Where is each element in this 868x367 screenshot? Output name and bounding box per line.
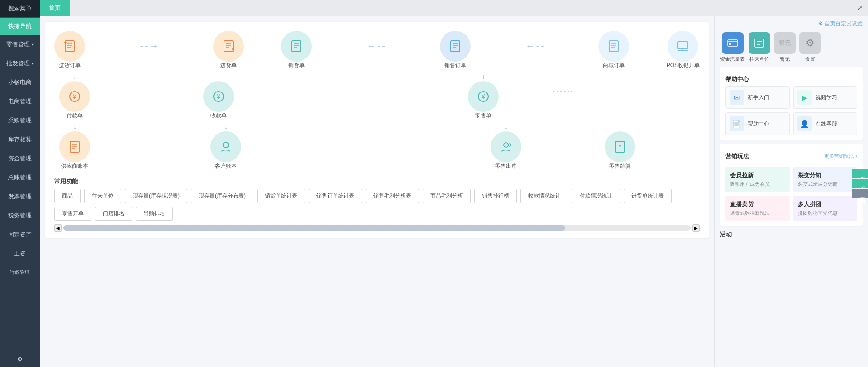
marketing-fission[interactable]: 裂变分销 裂变式发展分销商 <box>793 167 858 192</box>
func-btn-sale-rank[interactable]: 销售排行榜 <box>474 189 517 203</box>
func-btn-sale-profit[interactable]: 销售毛利分析表 <box>366 189 419 203</box>
quick-nav[interactable]: 快捷导航 <box>0 18 40 35</box>
qa-contacts[interactable]: 往来单位 <box>749 32 770 63</box>
sidebar-item-label: 库存核算 <box>8 135 32 144</box>
func-btn-goods[interactable]: 商品 <box>54 189 81 203</box>
online-label: 在线客服 <box>816 120 837 128</box>
flow-node-mall-order[interactable]: 商城订单 <box>598 31 629 69</box>
marketing-member[interactable]: 会员拉新 吸引用户成为会员 <box>725 167 790 192</box>
retail-outbound-label[interactable]: 零售出库 <box>495 162 517 170</box>
func-btn-sale-order-stat[interactable]: 销售订单统计表 <box>309 189 362 203</box>
marketing-group[interactable]: 多人拼团 拼团购物享受优惠 <box>793 196 858 221</box>
marketing-grid: 会员拉新 吸引用户成为会员 裂变分销 裂变式发展分销商 直播卖货 场景式购物新玩… <box>725 167 857 221</box>
sale-label: 销货单 <box>288 62 305 69</box>
func-btn-store-rank[interactable]: 门店排名 <box>95 207 132 221</box>
payment-label[interactable]: 付款单 <box>67 112 83 120</box>
svg-point-33 <box>223 142 229 148</box>
qa-cashflow[interactable]: 资金流量表 <box>720 32 745 63</box>
scroll-right-btn[interactable]: ▶ <box>692 224 700 232</box>
flow-node-sale[interactable]: 销货单 <box>281 31 312 69</box>
customer-book-label[interactable]: 客户账本 <box>215 162 237 170</box>
float-btn-desktop[interactable]: 桌面快捷 <box>852 189 868 198</box>
scroll-track[interactable] <box>63 225 691 231</box>
func-btn-goods-profit[interactable]: 商品毛利分析 <box>423 189 471 203</box>
float-btn-service[interactable]: 客服热线 <box>852 169 868 178</box>
sidebar-item-salary[interactable]: 工资 <box>0 244 40 263</box>
sidebar-item-purchase[interactable]: 采购管理 <box>0 111 40 130</box>
arrow-3: ← - - <box>472 41 597 51</box>
sidebar-item-finance[interactable]: 资金管理 <box>0 149 40 168</box>
tab-home[interactable]: 首页 <box>40 0 70 16</box>
retail-order-label[interactable]: 零售单 <box>475 112 491 120</box>
func-btn-sale-stat[interactable]: 销货单统计表 <box>257 189 305 203</box>
sidebar-item-label: 工资 <box>14 250 26 258</box>
func-btn-retail-order[interactable]: 零售开单 <box>54 207 91 221</box>
sidebar-item-assets[interactable]: 固定资产 <box>0 225 40 244</box>
retail-settle-label[interactable]: 零售结算 <box>609 162 631 170</box>
help-online[interactable]: 👤 在线客服 <box>793 112 858 135</box>
func-btn-payment-stat[interactable]: 付款情况统计 <box>572 189 620 203</box>
svg-text:¥: ¥ <box>72 93 76 100</box>
qa-settings[interactable]: ⚙ 设置 <box>799 32 821 63</box>
qa-none[interactable]: 暂无 暂无 <box>774 32 796 63</box>
help-beginner[interactable]: ✉ 新手入门 <box>725 86 790 109</box>
help-center-title: 帮助中心 <box>725 75 857 83</box>
sidebar-item-ecommerce-small[interactable]: 小畅电商 <box>0 73 40 92</box>
sidebar-item-ecommerce-mgmt[interactable]: 电商管理 <box>0 92 40 111</box>
gear-icon-small: ⚙ <box>818 20 823 27</box>
payment-icon: ¥ <box>59 81 90 112</box>
svg-rect-29 <box>70 141 79 152</box>
svg-rect-40 <box>729 43 731 45</box>
arrow-1: - - → <box>87 41 211 51</box>
down-arrow-2: ↓ <box>217 73 220 80</box>
search-menu[interactable]: 搜索菜单 <box>0 0 40 18</box>
func-btn-guide-rank[interactable]: 导购排名 <box>136 207 173 221</box>
arrow-pos-retail: - - - - - - <box>504 72 572 94</box>
svg-rect-16 <box>609 41 618 52</box>
more-marketing-link[interactable]: 更多营销玩法 › <box>824 153 857 159</box>
func-btn-stock1[interactable]: 现存量(库存状况表) <box>125 189 187 203</box>
help-center-item[interactable]: 📄 帮助中心 <box>725 112 790 135</box>
home-setting-link[interactable]: ⚙ 首页自定义设置 <box>720 20 863 28</box>
pos-icon <box>668 31 698 62</box>
down-arrow-1: ↓ <box>73 73 76 80</box>
scroll-left-btn[interactable]: ◀ <box>54 224 62 232</box>
sidebar-item-wholesale[interactable]: 批发管理 ▾ <box>0 54 40 73</box>
member-title: 会员拉新 <box>730 171 785 179</box>
sidebar-item-tax[interactable]: 税务管理 <box>0 206 40 225</box>
help-video[interactable]: ▶ 视频学习 <box>793 86 858 109</box>
flow-node-pos[interactable]: POS收银开单 <box>667 31 700 69</box>
func-btn-receipt-stat[interactable]: 收款情况统计 <box>520 189 568 203</box>
flow-node-sale-order[interactable]: 销售订单 <box>440 31 471 69</box>
none-icon: 暂无 <box>774 32 796 54</box>
func-btn-contacts[interactable]: 往来单位 <box>84 189 121 203</box>
sidebar-item-admin[interactable]: 行政管理 <box>0 263 40 281</box>
mall-order-label: 商城订单 <box>603 62 625 69</box>
sidebar-item-ledger[interactable]: 总账管理 <box>0 168 40 187</box>
receipt-label[interactable]: 收款单 <box>210 112 227 120</box>
sidebar-item-retail[interactable]: 零售管理 ▾ <box>0 35 40 54</box>
flow-node-purchase[interactable]: 进货单 <box>213 31 244 69</box>
flow-node-purchase-order[interactable]: 进货订单 <box>54 31 85 69</box>
marketing-live[interactable]: 直播卖货 场景式购物新玩法 <box>725 196 790 221</box>
content-area: 进货订单 - - → 进货单 <box>40 16 868 367</box>
float-btn-community[interactable]: 服务社区 <box>852 179 868 188</box>
sidebar-item-label: 固定资产 <box>8 231 32 239</box>
expand-icon[interactable]: ⤢ <box>852 5 868 11</box>
down-arrow-5: ↓ <box>73 123 76 130</box>
sidebar-item-label: 电商管理 <box>8 97 32 106</box>
activity-title: 活动 <box>720 230 863 238</box>
svg-text:¥: ¥ <box>618 143 622 150</box>
supplier-book-label[interactable]: 供应商账本 <box>61 162 88 170</box>
sidebar-settings[interactable]: ⚙ <box>0 351 40 367</box>
func-btn-stock2[interactable]: 现存量(库存分布表) <box>191 189 253 203</box>
pos-label: POS收银开单 <box>667 62 700 69</box>
func-btn-purchase-stat[interactable]: 进货单统计表 <box>624 189 672 203</box>
common-func-title: 常用功能 <box>54 177 700 185</box>
sale-order-label: 销售订单 <box>444 62 466 69</box>
purchase-label: 进货单 <box>220 62 237 69</box>
svg-rect-0 <box>65 41 74 52</box>
sidebar-item-invoice[interactable]: 发票管理 <box>0 187 40 206</box>
purchase-order-icon <box>54 31 85 62</box>
sidebar-item-inventory[interactable]: 库存核算 <box>0 130 40 149</box>
